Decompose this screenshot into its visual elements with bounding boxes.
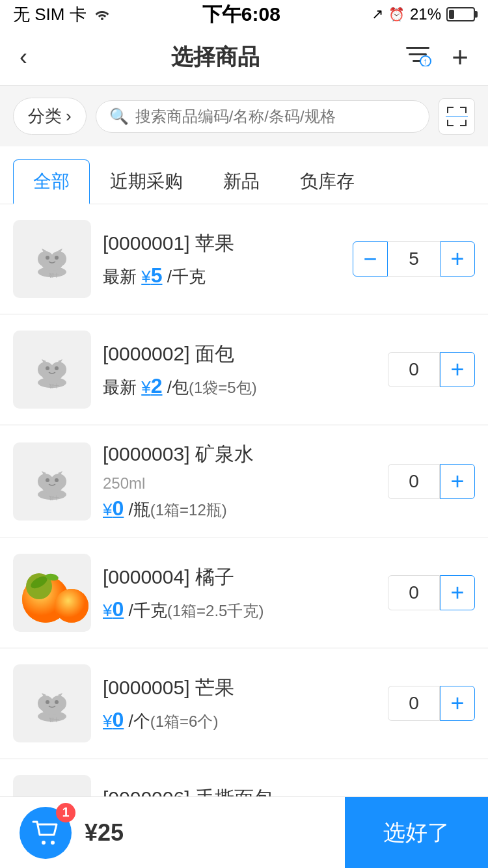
add-icon[interactable]: + <box>452 41 468 74</box>
svg-point-25 <box>46 366 49 370</box>
svg-point-17 <box>42 258 62 271</box>
svg-point-33 <box>55 478 59 482</box>
svg-point-64 <box>51 841 55 845</box>
qty-minus-button[interactable]: − <box>353 241 388 277</box>
product-price: ¥0 /千克(1箱=2.5千克) <box>103 597 376 622</box>
tab-recent[interactable]: 近期采购 <box>90 159 203 204</box>
qty-plus-button[interactable]: + <box>440 686 475 721</box>
product-name: [0000004] 橘子 <box>103 564 376 591</box>
qty-plus-button[interactable]: + <box>440 352 475 387</box>
product-name: [0000003] 矿泉水 <box>103 441 376 468</box>
svg-text:智十: 智十 <box>49 383 59 389</box>
qty-input[interactable] <box>388 464 440 499</box>
nav-bar: ‹ 选择商品 ↑ + <box>0 29 488 86</box>
svg-rect-8 <box>465 107 467 113</box>
product-image-0000002: 智十 <box>13 331 91 409</box>
qty-control-0000003: + <box>388 464 475 499</box>
cart-badge: 1 <box>56 803 75 822</box>
svg-text:智十: 智十 <box>49 717 59 723</box>
svg-point-24 <box>42 368 62 381</box>
svg-text:智十: 智十 <box>49 273 59 278</box>
product-name: [0000001] 苹果 <box>103 230 341 257</box>
filter-icon[interactable]: ↑ <box>403 43 432 71</box>
svg-point-32 <box>46 478 49 482</box>
status-right: ↗ ⏰ 21% <box>372 5 475 23</box>
status-bar: 无 SIM 卡 下午6:08 ↗ ⏰ 21% <box>0 0 488 29</box>
product-info-0000004: [0000004] 橘子 ¥0 /千克(1箱=2.5千克) <box>103 564 376 622</box>
product-price: ¥0 /瓶(1箱=12瓶) <box>103 496 376 521</box>
search-input[interactable] <box>135 107 416 126</box>
search-box[interactable]: 🔍 <box>96 100 429 133</box>
svg-point-26 <box>55 366 59 370</box>
qty-control-0000005: + <box>388 686 475 721</box>
svg-rect-12 <box>465 120 467 126</box>
svg-rect-1 <box>409 53 427 55</box>
list-item: 智十 [0000005] 芒果 ¥0 /个(1箱=6个) + <box>0 649 488 758</box>
alarm-icon: ⏰ <box>388 7 405 22</box>
tab-negative-stock[interactable]: 负库存 <box>280 159 375 204</box>
product-price: ¥0 /个(1箱=6个) <box>103 708 376 733</box>
category-button[interactable]: 分类 › <box>13 98 87 135</box>
svg-rect-0 <box>406 47 429 49</box>
svg-point-47 <box>46 700 49 704</box>
battery-icon <box>446 7 475 21</box>
qty-control-0000002: + <box>388 352 475 387</box>
product-image-0000004 <box>13 554 91 632</box>
back-button[interactable]: ‹ <box>20 44 27 71</box>
product-image-0000005: 智十 <box>13 664 91 742</box>
cart-total: ¥25 <box>85 819 124 847</box>
wifi-icon <box>93 5 111 25</box>
product-info-0000003: [0000003] 矿泉水 250ml ¥0 /瓶(1箱=12瓶) <box>103 441 376 521</box>
product-list: 智十 [0000001] 苹果 最新 ¥5 /千克 − + <box>0 204 488 868</box>
category-chevron: › <box>66 106 72 126</box>
product-price: 最新 ¥2 /包(1袋=5包) <box>103 374 376 399</box>
svg-point-31 <box>42 480 62 493</box>
nav-actions: ↑ + <box>403 41 468 74</box>
list-item: 智十 [0000003] 矿泉水 250ml ¥0 /瓶(1箱=12瓶) + <box>0 426 488 537</box>
svg-rect-6 <box>447 107 448 113</box>
bottom-bar: 1 ¥25 选好了 <box>0 796 488 868</box>
category-label: 分类 <box>28 105 62 128</box>
qty-plus-button[interactable]: + <box>440 464 475 499</box>
qty-input[interactable] <box>388 241 440 277</box>
status-left: 无 SIM 卡 <box>13 3 111 26</box>
list-item: 智十 [0000001] 苹果 最新 ¥5 /千克 − + <box>0 204 488 314</box>
qty-plus-button[interactable]: + <box>440 241 475 277</box>
product-name: [0000005] 芒果 <box>103 675 376 701</box>
product-name: [0000002] 面包 <box>103 341 376 368</box>
tab-new[interactable]: 新品 <box>203 159 280 204</box>
tab-bar: 全部 近期采购 新品 负库存 <box>0 146 488 204</box>
cart-button[interactable]: 1 <box>20 807 72 859</box>
qty-input[interactable] <box>388 686 440 721</box>
qty-input[interactable] <box>388 352 440 387</box>
tab-all[interactable]: 全部 <box>13 159 90 204</box>
svg-point-39 <box>55 589 88 623</box>
carrier-text: 无 SIM 卡 <box>13 3 87 26</box>
svg-point-18 <box>46 256 49 260</box>
qty-plus-button[interactable]: + <box>440 575 475 610</box>
page-title: 选择商品 <box>171 42 260 72</box>
product-info-0000002: [0000002] 面包 最新 ¥2 /包(1袋=5包) <box>103 341 376 399</box>
svg-point-63 <box>42 841 46 845</box>
search-icon: 🔍 <box>109 107 129 126</box>
battery-percent: 21% <box>410 5 441 23</box>
svg-rect-13 <box>446 116 468 117</box>
product-image-0000003: 智十 <box>13 442 91 521</box>
svg-point-19 <box>55 256 59 260</box>
qty-control-0000004: + <box>388 575 475 610</box>
svg-rect-10 <box>447 120 448 126</box>
confirm-button[interactable]: 选好了 <box>345 797 488 869</box>
product-spec: 250ml <box>103 474 376 493</box>
scan-button[interactable] <box>439 98 475 135</box>
qty-input[interactable] <box>388 575 440 610</box>
product-info-0000005: [0000005] 芒果 ¥0 /个(1箱=6个) <box>103 675 376 733</box>
svg-text:↑: ↑ <box>423 56 427 66</box>
svg-point-48 <box>55 700 59 704</box>
svg-text:智十: 智十 <box>49 495 59 501</box>
qty-control-0000001: − + <box>353 241 475 277</box>
cart-area: 1 ¥25 <box>0 807 345 859</box>
list-item: 智十 [0000002] 面包 最新 ¥2 /包(1袋=5包) + <box>0 315 488 424</box>
svg-point-46 <box>42 702 62 715</box>
location-icon: ↗ <box>372 6 383 23</box>
list-item: [0000004] 橘子 ¥0 /千克(1箱=2.5千克) + <box>0 538 488 647</box>
